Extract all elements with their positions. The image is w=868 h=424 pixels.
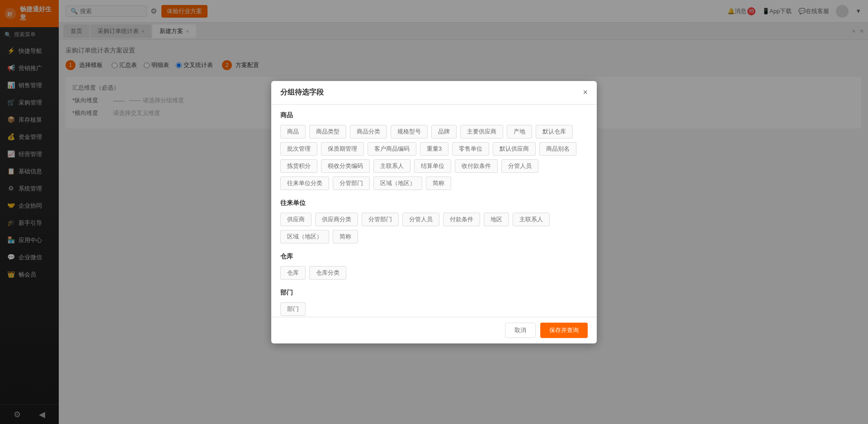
field-tag-partner-6[interactable]: 主联系人	[513, 213, 550, 226]
field-tag-product-21[interactable]: 往来单位分类	[280, 176, 329, 190]
partner-field-grid: 供应商 供应商分类 分管部门 分管人员 付款条件 地区 主联系人 区域（地区） …	[280, 213, 588, 243]
field-tag-product-18[interactable]: 结算单位	[414, 159, 451, 173]
field-tag-product-19[interactable]: 收付款条件	[455, 159, 498, 173]
field-tag-product-12[interactable]: 零售单位	[452, 142, 489, 156]
partner-section-title: 往来单位	[280, 199, 588, 207]
field-tag-product-24[interactable]: 简称	[426, 176, 451, 190]
modal-title: 分组待选字段	[280, 88, 324, 97]
field-tag-partner-1[interactable]: 供应商分类	[315, 213, 358, 226]
department-field-grid: 部门	[280, 302, 588, 316]
modal-header: 分组待选字段 ×	[271, 81, 597, 105]
field-tag-warehouse-0[interactable]: 仓库	[280, 266, 306, 280]
field-tag-product-0[interactable]: 商品	[280, 125, 306, 138]
department-section-title: 部门	[280, 289, 588, 297]
department-section: 部门 部门	[280, 289, 588, 316]
field-tag-partner-8[interactable]: 简称	[333, 230, 358, 243]
field-tag-product-11[interactable]: 重量3	[420, 142, 448, 156]
partner-section: 往来单位 供应商 供应商分类 分管部门 分管人员 付款条件 地区 主联系人 区域…	[280, 199, 588, 243]
field-tag-product-4[interactable]: 品牌	[431, 125, 457, 138]
field-tag-product-1[interactable]: 商品类型	[309, 125, 346, 138]
field-tag-product-10[interactable]: 客户商品编码	[368, 142, 416, 156]
modal-close-button[interactable]: ×	[583, 88, 588, 97]
warehouse-section-title: 仓库	[280, 252, 588, 261]
product-section-title: 商品	[280, 111, 588, 119]
field-tag-product-23[interactable]: 区域（地区）	[373, 176, 422, 190]
field-tag-partner-0[interactable]: 供应商	[280, 213, 311, 226]
field-tag-partner-3[interactable]: 分管人员	[402, 213, 439, 226]
field-tag-product-15[interactable]: 拣货积分	[280, 159, 317, 173]
field-tag-product-17[interactable]: 主联系人	[373, 159, 410, 173]
warehouse-field-grid: 仓库 仓库分类	[280, 266, 588, 280]
field-tag-partner-5[interactable]: 地区	[484, 213, 509, 226]
cancel-button[interactable]: 取消	[505, 323, 536, 338]
field-tag-product-20[interactable]: 分管人员	[501, 159, 538, 173]
field-tag-product-7[interactable]: 默认仓库	[536, 125, 573, 138]
modal-footer: 取消 保存并查询	[271, 317, 597, 343]
field-tag-partner-4[interactable]: 付款条件	[443, 213, 480, 226]
field-tag-product-6[interactable]: 产地	[507, 125, 532, 138]
field-tag-product-5[interactable]: 主要供应商	[460, 125, 503, 138]
product-section: 商品 商品 商品类型 商品分类 规格型号 品牌 主要供应商 产地 默认仓库 批次…	[280, 111, 588, 190]
field-tag-partner-2[interactable]: 分管部门	[362, 213, 399, 226]
field-tag-product-16[interactable]: 税收分类编码	[321, 159, 370, 173]
field-tag-partner-7[interactable]: 区域（地区）	[280, 230, 329, 243]
save-query-button[interactable]: 保存并查询	[540, 323, 588, 338]
field-tag-product-13[interactable]: 默认供应商	[493, 142, 536, 156]
field-tag-product-14[interactable]: 商品别名	[539, 142, 576, 156]
product-field-grid: 商品 商品类型 商品分类 规格型号 品牌 主要供应商 产地 默认仓库 批次管理 …	[280, 125, 588, 190]
field-tag-department-0[interactable]: 部门	[280, 302, 306, 316]
warehouse-section: 仓库 仓库 仓库分类	[280, 252, 588, 280]
field-tag-product-22[interactable]: 分管部门	[333, 176, 370, 190]
field-tag-product-9[interactable]: 保质期管理	[321, 142, 364, 156]
modal-body: 商品 商品 商品类型 商品分类 规格型号 品牌 主要供应商 产地 默认仓库 批次…	[271, 105, 597, 317]
field-tag-warehouse-1[interactable]: 仓库分类	[309, 266, 346, 280]
field-tag-product-8[interactable]: 批次管理	[280, 142, 317, 156]
field-tag-product-3[interactable]: 规格型号	[391, 125, 428, 138]
field-tag-product-2[interactable]: 商品分类	[350, 125, 387, 138]
field-selection-modal: 分组待选字段 × 商品 商品 商品类型 商品分类 规格型号 品牌 主要供应商 产…	[271, 81, 597, 343]
modal-overlay: 分组待选字段 × 商品 商品 商品类型 商品分类 规格型号 品牌 主要供应商 产…	[0, 0, 868, 424]
